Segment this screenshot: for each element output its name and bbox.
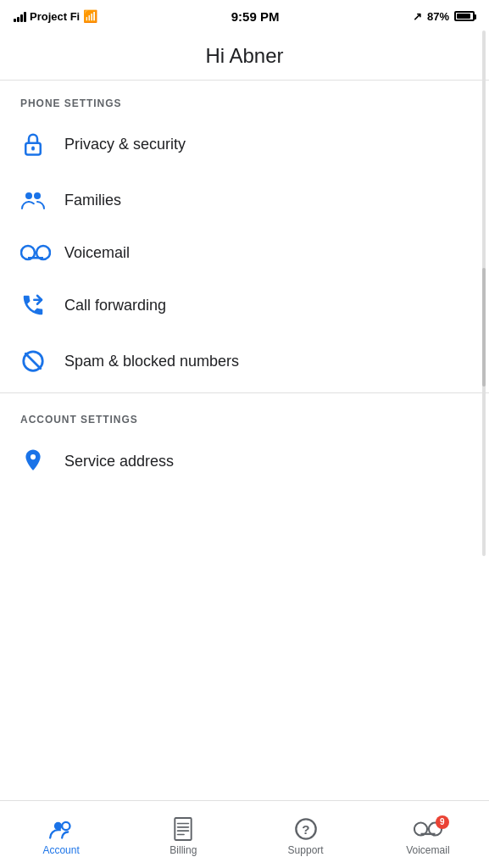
location-arrow-icon: ↗ (413, 10, 422, 23)
battery-icon (454, 11, 475, 21)
status-left: Project Fi 📶 (14, 9, 97, 23)
nav-item-support[interactable]: ? Support (245, 801, 367, 868)
menu-item-families[interactable]: Families (0, 172, 489, 228)
scroll-track (482, 31, 486, 556)
nav-item-billing[interactable]: Billing (122, 801, 244, 868)
signal-icon (14, 10, 26, 22)
status-bar: Project Fi 📶 9:59 PM ↗ 87% (0, 0, 489, 31)
menu-item-call-forwarding[interactable]: Call forwarding (0, 277, 489, 333)
svg-rect-13 (175, 818, 192, 840)
nav-item-voicemail[interactable]: 9 Voicemail (367, 801, 489, 868)
section-divider (0, 392, 489, 393)
svg-line-9 (25, 353, 41, 369)
svg-rect-6 (28, 257, 43, 259)
voicemail-icon (20, 243, 64, 262)
call-forward-icon (20, 292, 64, 318)
bottom-nav: Account Billing ? Support (0, 800, 489, 868)
spam-label: Spam & blocked numbers (64, 353, 239, 370)
block-icon (20, 348, 64, 374)
svg-point-10 (31, 454, 36, 459)
account-nav-icon (49, 817, 73, 841)
billing-nav-label: Billing (169, 844, 197, 856)
svg-point-12 (62, 821, 69, 829)
service-address-label: Service address (64, 453, 174, 470)
account-settings-header: ACCOUNT SETTINGS (0, 397, 489, 432)
status-time: 9:59 PM (231, 9, 280, 24)
voicemail-settings-label: Voicemail (64, 244, 130, 262)
account-nav-label: Account (42, 844, 79, 856)
menu-item-voicemail-settings[interactable]: Voicemail (0, 228, 489, 277)
svg-point-3 (34, 192, 41, 199)
battery-pct-label: 87% (427, 10, 449, 23)
nav-item-account[interactable]: Account (0, 801, 122, 868)
svg-rect-22 (420, 832, 435, 834)
menu-item-spam[interactable]: Spam & blocked numbers (0, 333, 489, 389)
menu-item-privacy[interactable]: Privacy & security (0, 116, 489, 172)
voicemail-badge: 9 (436, 815, 449, 829)
voicemail-nav-label: Voicemail (406, 844, 449, 856)
phone-settings-header: PHONE SETTINGS (0, 81, 489, 116)
families-label: Families (64, 192, 121, 209)
call-forwarding-label: Call forwarding (64, 297, 166, 314)
support-nav-icon: ? (294, 817, 318, 841)
wifi-icon: 📶 (83, 9, 97, 23)
family-icon (20, 187, 64, 213)
support-nav-label: Support (288, 844, 324, 856)
billing-nav-icon (171, 817, 195, 841)
lock-icon (20, 131, 64, 157)
privacy-label: Privacy & security (64, 136, 186, 153)
greeting-header: Hi Abner (0, 31, 489, 81)
carrier-label: Project Fi (30, 10, 80, 23)
location-icon (20, 448, 64, 475)
voicemail-nav-icon: 9 (416, 817, 440, 841)
status-right: ↗ 87% (413, 10, 475, 23)
svg-point-11 (54, 821, 62, 829)
svg-text:?: ? (302, 821, 309, 836)
scroll-thumb[interactable] (482, 268, 486, 387)
svg-rect-1 (31, 147, 35, 151)
svg-point-2 (25, 192, 32, 199)
menu-item-service-address[interactable]: Service address (0, 432, 489, 490)
